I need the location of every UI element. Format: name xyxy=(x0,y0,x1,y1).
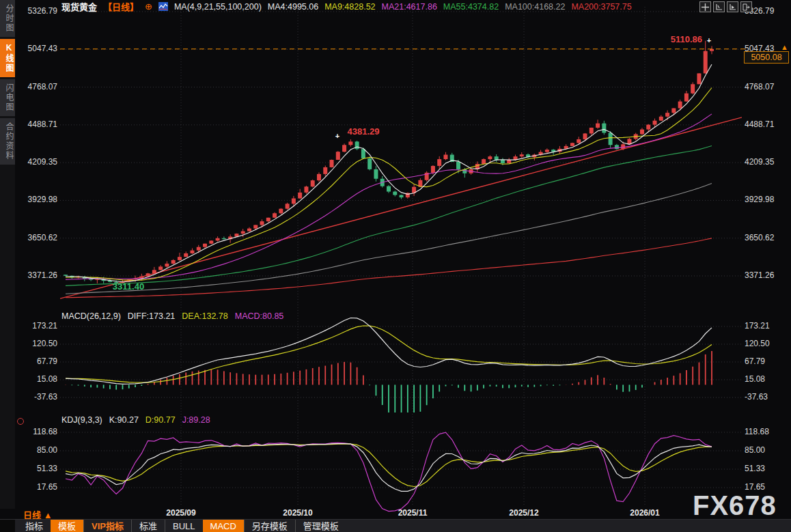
tab-manage-template[interactable]: 管理模板 xyxy=(295,520,346,532)
x-label-month: 2025/12 xyxy=(509,508,538,518)
kdj-pane-layer xyxy=(66,432,712,511)
chart-canvas[interactable]: 5110.86+4381.29+3311.40 xyxy=(0,0,791,516)
chart-annotation: 3311.40 xyxy=(113,281,144,292)
d-value: D:90.77 xyxy=(145,415,176,425)
ma4-line xyxy=(66,64,712,281)
chart-annotation: 4381.29 xyxy=(348,126,380,137)
x-label-month: 2025/11 xyxy=(398,508,428,518)
ma9-value: MA9:4828.52 xyxy=(324,2,375,12)
macd-title: MACD(26,12,9) xyxy=(61,311,121,321)
trading-app: 5110.86+4381.29+3311.40 5326.795326.7950… xyxy=(0,0,791,532)
kdj-marker-icon[interactable] xyxy=(17,418,24,425)
tab-standard[interactable]: 标准 xyxy=(131,520,165,532)
macd-panel-header: MACD(26,12,9) DIFF:173.21 DEA:132.78 MAC… xyxy=(61,311,283,321)
ma-settings: MA(4,9,21,55,100,200) xyxy=(174,2,262,12)
sidebar-tab-kline[interactable]: K线图 xyxy=(0,39,15,77)
chart-legend: 现货黄金 【日线】 ⊕ MA(4,9,21,55,100,200) MA4:49… xyxy=(61,1,632,12)
chart-annotation: 5110.86 xyxy=(671,34,702,44)
ma55-line xyxy=(66,145,712,285)
main-pane-layer xyxy=(60,41,742,298)
dea-value: DEA:132.78 xyxy=(182,311,227,321)
j-value: J:89.28 xyxy=(182,415,210,425)
ma21-line xyxy=(66,114,712,280)
ma200-value: MA200:3757.75 xyxy=(571,2,631,12)
sidebar-tab-contract-info[interactable]: 合约资料 xyxy=(0,118,15,165)
k-value: K:90.27 xyxy=(109,415,139,425)
d-line xyxy=(66,444,712,487)
x-axis-row: 日线 ▲ 2025/09 2025/10 2025/11 2025/12 202… xyxy=(0,507,791,518)
price-up-arrow-icon: ▲ xyxy=(781,43,788,51)
ma100-value: MA100:4168.22 xyxy=(505,2,565,12)
ma55-value: MA55:4374.82 xyxy=(443,2,499,12)
x-label-month: 2025/10 xyxy=(283,508,312,518)
macd-pane-layer xyxy=(66,318,712,421)
tab-templates[interactable]: 模板 xyxy=(51,520,83,532)
add-indicator-icon[interactable]: ⊕ xyxy=(145,2,152,11)
toolbar-corner xyxy=(0,520,15,532)
tab-macd[interactable]: MACD xyxy=(203,520,244,532)
j-line xyxy=(66,432,712,511)
diff-line xyxy=(66,318,712,384)
x-label-month: 2025/09 xyxy=(166,508,195,518)
dea-line xyxy=(66,326,712,382)
fx678-watermark: FX678 xyxy=(693,490,777,521)
ma4-value: MA4:4995.06 xyxy=(268,2,318,12)
chart-style-icon[interactable] xyxy=(158,2,168,11)
x-axis-scale-icon[interactable] xyxy=(727,1,738,12)
tab-save-template[interactable]: 另存模板 xyxy=(244,520,295,532)
sidebar: 分时图 K线图 闪电图 合约资料 xyxy=(0,0,15,509)
x-label-month: 2026/01 xyxy=(630,508,659,518)
period-label: 【日线】 xyxy=(103,0,139,13)
chart-annotation: + xyxy=(707,36,711,44)
tab-vip-indicators[interactable]: VIP指标 xyxy=(83,520,131,532)
sidebar-tab-lightning[interactable]: 闪电图 xyxy=(0,79,15,116)
chart-tool-icons xyxy=(699,1,752,12)
tab-bull[interactable]: BULL xyxy=(165,520,203,532)
sidebar-tab-timeshare[interactable]: 分时图 xyxy=(0,0,15,37)
macd-value: MACD:80.85 xyxy=(235,311,284,321)
kdj-title: KDJ(9,3,3) xyxy=(61,415,102,425)
chart-annotation: + xyxy=(335,132,339,140)
ma21-value: MA21:4617.86 xyxy=(382,2,437,12)
tab-indicators[interactable]: 指标 xyxy=(18,520,51,532)
export-icon[interactable] xyxy=(740,1,752,12)
symbol-name: 现货黄金 xyxy=(61,0,97,13)
kdj-panel-header: KDJ(9,3,3) K:90.27 D:90.77 J:89.28 xyxy=(61,415,210,425)
crosshair-icon[interactable] xyxy=(699,1,711,12)
diff-value: DIFF:173.21 xyxy=(128,311,175,321)
current-price-box: 5050.08 xyxy=(744,51,789,64)
ma9-line xyxy=(66,88,712,281)
y-axis-scale-icon[interactable] xyxy=(713,1,725,12)
bottom-toolbar: 指标 模板 VIP指标 标准 BULL MACD 另存模板 管理模板 xyxy=(0,519,791,532)
